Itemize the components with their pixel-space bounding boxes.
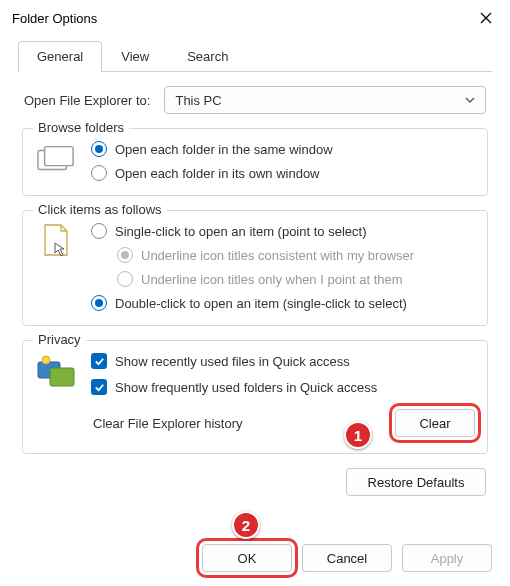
radio-icon <box>91 223 107 239</box>
titlebar: Folder Options <box>0 0 510 36</box>
radio-label: Underline icon titles consistent with my… <box>141 248 414 263</box>
radio-icon <box>117 271 133 287</box>
restore-row: Restore Defaults <box>24 468 486 496</box>
annotation-marker-1: 1 <box>344 421 372 449</box>
open-explorer-row: Open File Explorer to: This PC <box>24 86 486 114</box>
tab-strip: General View Search <box>18 40 492 72</box>
radio-same-window[interactable]: Open each folder in the same window <box>91 141 475 157</box>
svg-rect-1 <box>45 147 74 166</box>
chevron-down-icon <box>465 95 475 105</box>
privacy-legend: Privacy <box>33 332 86 347</box>
annotation-marker-2: 2 <box>232 511 260 539</box>
radio-double-click[interactable]: Double-click to open an item (single-cli… <box>91 295 475 311</box>
open-explorer-label: Open File Explorer to: <box>24 93 150 108</box>
browse-legend: Browse folders <box>33 120 129 135</box>
window-title: Folder Options <box>12 11 97 26</box>
privacy-group: Privacy Show recently used files in Quic… <box>22 340 488 454</box>
clear-button[interactable]: Clear <box>395 409 475 437</box>
checkbox-label: Show recently used files in Quick access <box>115 354 350 369</box>
ok-button[interactable]: OK <box>202 544 292 572</box>
close-button[interactable] <box>474 6 498 30</box>
file-click-icon <box>35 223 77 259</box>
folder-options-window: Folder Options General View Search Open … <box>0 0 510 586</box>
checkbox-icon <box>91 353 107 369</box>
checkbox-frequent-folders[interactable]: Show frequently used folders in Quick ac… <box>91 379 475 395</box>
checkbox-recent-files[interactable]: Show recently used files in Quick access <box>91 353 475 369</box>
radio-single-click[interactable]: Single-click to open an item (point to s… <box>91 223 475 239</box>
open-explorer-value: This PC <box>175 93 221 108</box>
privacy-icon <box>35 353 77 389</box>
radio-icon <box>91 165 107 181</box>
radio-underline-point: Underline icon titles only when I point … <box>117 271 475 287</box>
tab-general[interactable]: General <box>18 41 102 72</box>
checkbox-icon <box>91 379 107 395</box>
checkbox-label: Show frequently used folders in Quick ac… <box>115 380 377 395</box>
close-icon <box>480 12 492 24</box>
open-explorer-select[interactable]: This PC <box>164 86 486 114</box>
radio-label: Open each folder in the same window <box>115 142 333 157</box>
click-items-group: Click items as follows Single-click to o… <box>22 210 488 326</box>
folder-pair-icon <box>35 141 77 177</box>
svg-point-4 <box>42 356 50 364</box>
cancel-button[interactable]: Cancel <box>302 544 392 572</box>
dialog-body: General View Search Open File Explorer t… <box>0 36 510 496</box>
restore-defaults-button[interactable]: Restore Defaults <box>346 468 486 496</box>
radio-label: Open each folder in its own window <box>115 166 320 181</box>
radio-own-window[interactable]: Open each folder in its own window <box>91 165 475 181</box>
radio-label: Single-click to open an item (point to s… <box>115 224 366 239</box>
tab-search[interactable]: Search <box>168 41 247 72</box>
tab-view[interactable]: View <box>102 41 168 72</box>
radio-icon <box>91 141 107 157</box>
radio-label: Double-click to open an item (single-cli… <box>115 296 407 311</box>
browse-folders-group: Browse folders Open each folder in the s… <box>22 128 488 196</box>
clear-history-label: Clear File Explorer history <box>93 416 243 431</box>
radio-icon <box>117 247 133 263</box>
svg-rect-3 <box>50 368 74 386</box>
dialog-buttons: OK Cancel Apply <box>202 544 492 572</box>
click-legend: Click items as follows <box>33 202 167 217</box>
apply-button: Apply <box>402 544 492 572</box>
radio-label: Underline icon titles only when I point … <box>141 272 403 287</box>
radio-underline-browser: Underline icon titles consistent with my… <box>117 247 475 263</box>
radio-icon <box>91 295 107 311</box>
clear-history-row: Clear File Explorer history Clear <box>91 409 475 437</box>
